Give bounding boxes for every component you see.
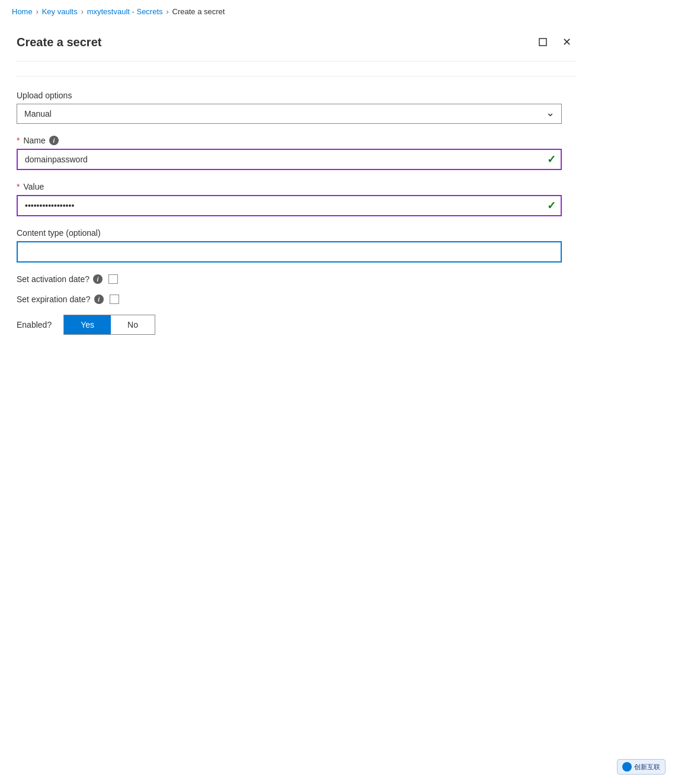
breadcrumb-secrets[interactable]: mxytestvault - Secrets <box>87 7 163 16</box>
name-required-star: * <box>17 136 20 145</box>
enabled-yes-button[interactable]: Yes <box>64 315 111 334</box>
value-input-wrapper: ✓ <box>17 195 562 216</box>
enabled-label: Enabled? <box>17 320 52 329</box>
expiration-date-label: Set expiration date? i <box>17 295 104 304</box>
watermark: 创新互联 <box>617 759 666 775</box>
panel-title: Create a secret <box>17 36 101 49</box>
name-input[interactable] <box>17 149 562 170</box>
name-input-wrapper: ✓ <box>17 149 562 170</box>
activation-date-label: Set activation date? i <box>17 274 103 284</box>
watermark-logo-icon <box>622 762 632 772</box>
minimize-icon <box>538 37 548 47</box>
activation-info-icon[interactable]: i <box>93 274 103 284</box>
upload-options-wrapper: Manual Certificate Import <box>17 104 562 124</box>
close-icon: ✕ <box>562 36 571 49</box>
close-button[interactable]: ✕ <box>557 33 576 52</box>
breadcrumb-keyvaults[interactable]: Key vaults <box>42 7 78 16</box>
panel-header: Create a secret ✕ <box>17 23 576 62</box>
breadcrumb-current: Create a secret <box>172 7 225 16</box>
enabled-no-button[interactable]: No <box>111 315 155 334</box>
content-type-input[interactable] <box>17 241 562 263</box>
panel-actions: ✕ <box>533 33 576 52</box>
expiration-date-checkbox[interactable] <box>110 295 119 304</box>
content-type-section: Content type (optional) <box>17 228 576 263</box>
activation-date-checkbox[interactable] <box>108 274 118 284</box>
name-check-icon: ✓ <box>547 153 556 166</box>
value-input[interactable] <box>17 195 562 216</box>
divider <box>17 76 576 76</box>
minimize-button[interactable] <box>533 33 552 52</box>
name-label: * Name i <box>17 136 576 145</box>
activation-date-row: Set activation date? i <box>17 274 576 284</box>
enabled-row: Enabled? Yes No <box>17 315 576 335</box>
breadcrumb-sep-1: › <box>36 8 39 16</box>
value-required-star: * <box>17 182 20 191</box>
upload-options-label: Upload options <box>17 91 576 100</box>
enabled-toggle-group: Yes No <box>63 315 155 335</box>
svg-rect-0 <box>539 39 546 46</box>
breadcrumb-sep-3: › <box>167 8 169 16</box>
upload-options-select[interactable]: Manual Certificate Import <box>17 104 562 124</box>
name-info-icon[interactable]: i <box>49 136 59 145</box>
breadcrumb: Home › Key vaults › mxytestvault - Secre… <box>0 0 675 23</box>
create-secret-panel: Create a secret ✕ Upload options Manual … <box>0 23 593 362</box>
watermark-text: 创新互联 <box>634 763 660 772</box>
content-type-label: Content type (optional) <box>17 228 576 238</box>
value-check-icon: ✓ <box>547 199 556 212</box>
expiration-info-icon[interactable]: i <box>94 295 104 304</box>
name-section: * Name i ✓ <box>17 136 576 170</box>
breadcrumb-sep-2: › <box>81 8 84 16</box>
upload-options-section: Upload options Manual Certificate Import <box>17 91 576 124</box>
breadcrumb-home[interactable]: Home <box>12 7 33 16</box>
content-type-wrapper <box>17 241 562 263</box>
expiration-date-row: Set expiration date? i <box>17 295 576 304</box>
value-section: * Value ✓ <box>17 182 576 216</box>
value-label: * Value <box>17 182 576 191</box>
